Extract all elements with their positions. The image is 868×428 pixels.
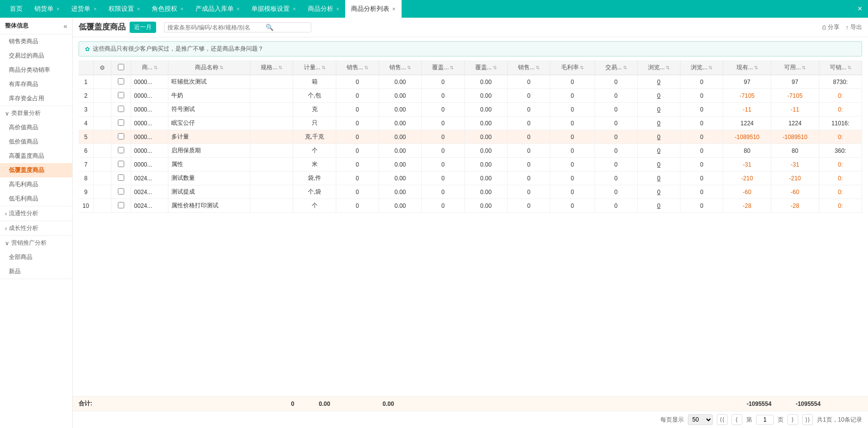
row-sales-qty: 0 [336,158,379,171]
col-spec[interactable]: 规格...⇅ [250,60,293,75]
close-icon[interactable]: × [56,6,59,12]
row-settings[interactable] [93,199,111,213]
prev-page-button[interactable]: ⟨ [732,414,742,425]
col-unit[interactable]: 计量...⇅ [293,60,336,75]
row-checkbox[interactable] [111,75,131,89]
last-page-button[interactable]: ⟩⟩ [802,414,813,425]
col-settings[interactable]: ⚙ [93,60,111,75]
close-icon[interactable]: × [180,6,183,12]
row-browse1[interactable]: 0 [637,144,680,158]
row-settings[interactable] [93,116,111,130]
row-checkbox[interactable] [111,199,131,213]
sidebar-item-stock-capital[interactable]: 库存资金占用 [0,91,72,106]
col-sellable[interactable]: 可销...⇅ [819,60,862,75]
row-gross-margin: 0 [550,116,595,130]
sidebar-item-high-value[interactable]: 高价值商品 [0,120,72,135]
row-checkbox[interactable] [111,130,131,144]
row-browse1[interactable]: 0 [637,199,680,213]
col-coverage1[interactable]: 覆盖...⇅ [422,60,464,75]
sidebar-item-low-coverage[interactable]: 低覆盖度商品 [0,163,72,177]
row-settings[interactable] [93,158,111,171]
sidebar-section-title-circulation[interactable]: › 流通性分析 [0,206,72,221]
col-coverage2[interactable]: 覆盖...⇅ [464,60,507,75]
col-available[interactable]: 可用...⇅ [771,60,819,75]
col-transaction[interactable]: 交易...⇅ [595,60,637,75]
row-no: 9 [79,185,93,199]
nav-tab-permission[interactable]: 权限设置 × [103,0,146,18]
row-browse1[interactable]: 0 [637,130,680,144]
col-sales3[interactable]: 销售...⇅ [507,60,550,75]
sidebar-section-title-marketing[interactable]: ∨ 营销推广分析 [0,236,72,250]
sidebar-item-high-coverage[interactable]: 高覆盖度商品 [0,149,72,163]
col-current-stock[interactable]: 现有...⇅ [723,60,771,75]
nav-tab-product-in[interactable]: 产成品入库单 × [190,0,245,18]
row-browse1[interactable]: 0 [637,75,680,89]
filter-recent-month-button[interactable]: 近一月 [130,22,156,33]
search-input[interactable] [167,24,266,31]
close-icon[interactable]: × [293,6,296,12]
row-settings[interactable] [93,103,111,116]
sidebar-section-title-group[interactable]: ∨ 类群量分析 [0,106,72,120]
row-current-stock: -28 [723,199,771,213]
row-settings[interactable] [93,171,111,185]
sidebar-item-low-value[interactable]: 低价值商品 [0,135,72,149]
sidebar-item-traded-goods[interactable]: 交易过的商品 [0,49,72,63]
page-input[interactable] [756,415,774,425]
search-icon[interactable]: 🔍 [266,24,273,31]
nav-tab-template[interactable]: 单据模板设置 × [245,0,301,18]
close-icon[interactable]: × [137,6,140,12]
row-browse1[interactable]: 0 [637,158,680,171]
close-icon[interactable]: × [336,6,339,12]
sidebar-item-category-rate[interactable]: 商品分类动销率 [0,63,72,77]
next-page-button[interactable]: ⟩ [787,414,798,425]
footer-sales-amount: 0.00 [307,400,342,407]
row-browse1[interactable]: 0 [637,116,680,130]
sidebar-item-new-goods[interactable]: 新品 [0,264,72,279]
sidebar-item-low-profit[interactable]: 低毛利商品 [0,192,72,206]
close-all-button[interactable]: × [858,4,862,13]
sidebar-section-title-growth[interactable]: › 成长性分析 [0,221,72,235]
row-settings[interactable] [93,185,111,199]
col-sales-amount[interactable]: 销售...⇅ [379,60,421,75]
nav-tab-analysis[interactable]: 商品分析 × [302,0,345,18]
row-checkbox[interactable] [111,89,131,103]
nav-tab-role[interactable]: 角色授权 × [146,0,189,18]
nav-tab-purchase[interactable]: 进货单 × [65,0,102,18]
row-checkbox[interactable] [111,171,131,185]
export-button[interactable]: ↑ 导出 [845,23,862,31]
page-size-select[interactable]: 50 100 200 [688,414,713,425]
share-button[interactable]: ⎙ 分享 [822,23,840,31]
row-checkbox[interactable] [111,103,131,116]
collapse-icon[interactable]: « [63,22,67,30]
first-page-button[interactable]: ⟨⟨ [717,414,728,425]
col-browse1[interactable]: 浏览...⇅ [637,60,680,75]
col-name[interactable]: 商品名称⇅ [168,60,250,75]
row-checkbox[interactable] [111,185,131,199]
row-settings[interactable] [93,75,111,89]
close-icon[interactable]: × [237,6,240,12]
sidebar-item-high-profit[interactable]: 高毛利商品 [0,177,72,192]
row-checkbox[interactable] [111,144,131,158]
nav-tab-sales[interactable]: 销货单 × [28,0,65,18]
col-code[interactable]: 商...⇅ [131,60,168,75]
nav-tab-analysis-list[interactable]: 商品分析列表 × [345,0,401,18]
close-icon[interactable]: × [93,6,96,12]
sidebar-item-stock-goods[interactable]: 有库存商品 [0,77,72,91]
sidebar-item-sales-goods[interactable]: 销售类商品 [0,34,72,49]
nav-tab-home[interactable]: 首页 [4,0,28,18]
sidebar-item-all-goods[interactable]: 全部商品 [0,250,72,264]
row-settings[interactable] [93,130,111,144]
row-browse1[interactable]: 0 [637,103,680,116]
row-checkbox[interactable] [111,158,131,171]
row-settings[interactable] [93,144,111,158]
col-browse2[interactable]: 浏览...⇅ [680,60,723,75]
col-gross-margin[interactable]: 毛利率⇅ [550,60,595,75]
row-settings[interactable] [93,89,111,103]
row-checkbox[interactable] [111,116,131,130]
col-sales-qty[interactable]: 销售...⇅ [336,60,379,75]
row-browse1[interactable]: 0 [637,171,680,185]
close-icon[interactable]: × [392,6,395,12]
row-browse1[interactable]: 0 [637,89,680,103]
select-all-checkbox[interactable] [118,64,124,70]
row-browse1[interactable]: 0 [637,185,680,199]
